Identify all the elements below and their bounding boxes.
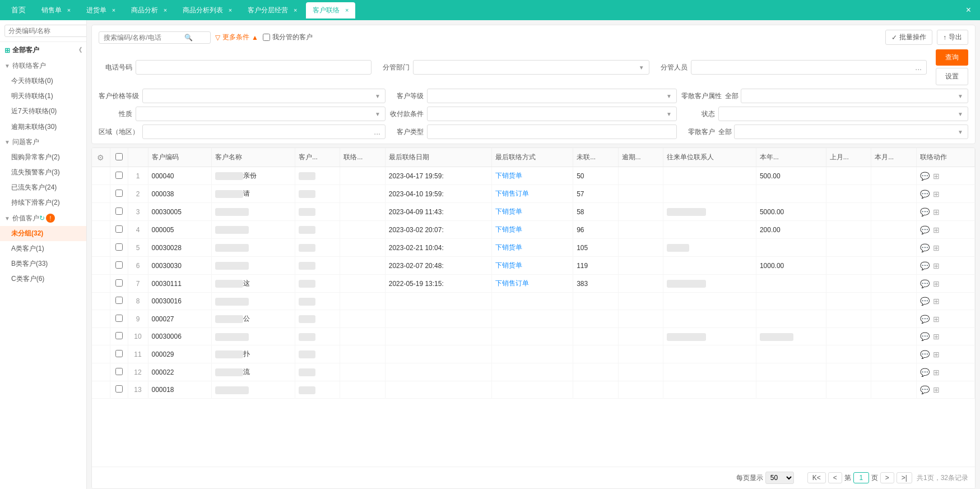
- filter-more-conditions[interactable]: ▽ 更多条件 ▲: [215, 33, 258, 42]
- td-check[interactable]: [110, 185, 128, 203]
- filter-customer-type-input[interactable]: [427, 124, 677, 139]
- row-checkbox[interactable]: [115, 225, 123, 233]
- last-page-button[interactable]: >|: [897, 472, 912, 483]
- action-grid-icon[interactable]: ⊞: [933, 261, 940, 270]
- action-message-icon[interactable]: 💬: [920, 368, 930, 377]
- row-checkbox[interactable]: [115, 385, 123, 393]
- last-method-link[interactable]: 下销货单: [495, 225, 522, 233]
- row-checkbox[interactable]: [115, 172, 123, 179]
- sidebar-item-unassigned[interactable]: 未分组(32): [0, 226, 86, 241]
- row-checkbox[interactable]: [115, 243, 123, 251]
- td-check[interactable]: [110, 381, 128, 399]
- row-checkbox[interactable]: [115, 350, 123, 357]
- collapse-sidebar-icon[interactable]: 《: [76, 46, 82, 54]
- close-product-analysis-tab[interactable]: ×: [164, 7, 167, 13]
- action-grid-icon[interactable]: ⊞: [933, 332, 940, 341]
- action-grid-icon[interactable]: ⊞: [933, 279, 940, 288]
- last-method-link[interactable]: 下销货单: [495, 261, 522, 269]
- td-check[interactable]: [110, 239, 128, 257]
- refresh-icon[interactable]: ↻: [39, 214, 45, 222]
- action-message-icon[interactable]: 💬: [920, 172, 930, 181]
- td-check[interactable]: [110, 167, 128, 185]
- sidebar-search-input[interactable]: [4, 25, 87, 37]
- sidebar-item-hoard-abnormal[interactable]: 囤购异常客户(2): [0, 150, 86, 165]
- sidebar-item-class-a[interactable]: A类客户(1): [0, 241, 86, 256]
- reset-button[interactable]: 设置: [936, 68, 968, 85]
- filter-gender-input[interactable]: ▼: [136, 107, 386, 121]
- td-check[interactable]: [110, 203, 128, 221]
- sidebar-item-churn-warning[interactable]: 流失预警客户(3): [0, 165, 86, 180]
- tab-product-analysis[interactable]: 商品分析 ×: [124, 2, 174, 19]
- td-check[interactable]: [110, 257, 128, 275]
- sidebar-item-class-b[interactable]: B类客户(33): [0, 256, 86, 271]
- close-sales-tab[interactable]: ×: [67, 7, 71, 13]
- row-checkbox[interactable]: [115, 315, 123, 322]
- sidebar-item-tomorrow-pending[interactable]: 明天待联络(1): [0, 89, 86, 104]
- action-grid-icon[interactable]: ⊞: [933, 385, 940, 394]
- tab-customer-contact[interactable]: 客户联络 ×: [306, 2, 355, 19]
- filter-status-input[interactable]: ▼: [718, 107, 968, 121]
- action-message-icon[interactable]: 💬: [920, 243, 930, 252]
- pending-contact-group[interactable]: ▼ 待联络客户: [0, 58, 86, 73]
- page-size-dropdown[interactable]: 50 100 200: [765, 472, 794, 484]
- select-all-checkbox[interactable]: [115, 153, 123, 160]
- row-checkbox[interactable]: [115, 207, 123, 215]
- action-grid-icon[interactable]: ⊞: [933, 350, 940, 359]
- filter-dept-input[interactable]: ▼: [413, 60, 649, 75]
- filter-retail-customer-input[interactable]: ▼: [734, 124, 968, 139]
- settings-gear-icon[interactable]: ⚙: [97, 153, 104, 162]
- action-message-icon[interactable]: 💬: [920, 350, 930, 359]
- close-purchase-tab[interactable]: ×: [112, 7, 115, 13]
- action-grid-icon[interactable]: ⊞: [933, 225, 940, 234]
- tab-home[interactable]: 首页: [4, 2, 32, 19]
- sidebar-item-class-c[interactable]: C类客户(6): [0, 271, 86, 287]
- close-product-list-tab[interactable]: ×: [229, 7, 232, 13]
- sidebar-item-today-pending[interactable]: 今天待联络(0): [0, 73, 86, 89]
- problem-customers-group[interactable]: ▼ 问题客户: [0, 135, 86, 150]
- action-grid-icon[interactable]: ⊞: [933, 315, 940, 324]
- sidebar-item-overdue-pending[interactable]: 逾期未联络(30): [0, 119, 86, 135]
- close-customer-contact-tab[interactable]: ×: [345, 7, 349, 13]
- table-scroll[interactable]: ⚙ 客户编码 客户名称 客户... 联络... 最后联络日期 最后联络方式: [92, 148, 975, 467]
- filter-retail-attr-input[interactable]: ▼: [741, 89, 968, 103]
- action-grid-icon[interactable]: ⊞: [933, 368, 940, 377]
- close-all-tabs[interactable]: ×: [962, 5, 976, 15]
- filter-payment-input[interactable]: ▼: [427, 107, 677, 121]
- sidebar-item-churned[interactable]: 已流失客户(24): [0, 180, 86, 195]
- all-customers-header[interactable]: ⊞ 全部客户 《: [0, 42, 86, 58]
- td-check[interactable]: [110, 310, 128, 328]
- action-message-icon[interactable]: 💬: [920, 261, 930, 270]
- filter-manager-input[interactable]: ...: [691, 60, 927, 75]
- action-message-icon[interactable]: 💬: [920, 225, 930, 234]
- my-customer-check[interactable]: [263, 34, 270, 41]
- tab-purchase[interactable]: 进货单 ×: [80, 2, 122, 19]
- search-button[interactable]: 查询: [936, 49, 968, 66]
- filter-region-input[interactable]: ...: [142, 124, 386, 139]
- th-check[interactable]: [110, 148, 128, 167]
- row-checkbox[interactable]: [115, 279, 123, 287]
- filter-search-icon[interactable]: 🔍: [184, 34, 193, 41]
- action-message-icon[interactable]: 💬: [920, 297, 930, 306]
- action-grid-icon[interactable]: ⊞: [933, 207, 940, 216]
- td-check[interactable]: [110, 275, 128, 293]
- action-message-icon[interactable]: 💬: [920, 207, 930, 216]
- prev-page-button[interactable]: <: [828, 472, 842, 483]
- td-check[interactable]: [110, 293, 128, 310]
- row-checkbox[interactable]: [115, 297, 123, 304]
- tab-product-list[interactable]: 商品分析列表 ×: [176, 2, 239, 19]
- value-customers-group[interactable]: ▼ 价值客户 ↻ !: [0, 211, 86, 226]
- filter-my-customer-checkbox[interactable]: 我分管的客户: [263, 33, 313, 42]
- last-method-link[interactable]: 下销货单: [495, 172, 522, 179]
- action-message-icon[interactable]: 💬: [920, 279, 930, 288]
- th-settings[interactable]: ⚙: [92, 148, 110, 167]
- last-method-link[interactable]: 下销货单: [495, 207, 522, 215]
- filter-phone-input[interactable]: [136, 60, 371, 75]
- first-page-button[interactable]: K<: [807, 472, 826, 483]
- row-checkbox[interactable]: [115, 332, 123, 339]
- td-check[interactable]: [110, 221, 128, 239]
- filter-customer-level-input[interactable]: ▼: [427, 89, 677, 103]
- filter-search-input[interactable]: [104, 34, 182, 41]
- current-page-number[interactable]: 1: [853, 472, 869, 483]
- action-grid-icon[interactable]: ⊞: [933, 243, 940, 252]
- action-grid-icon[interactable]: ⊞: [933, 190, 940, 199]
